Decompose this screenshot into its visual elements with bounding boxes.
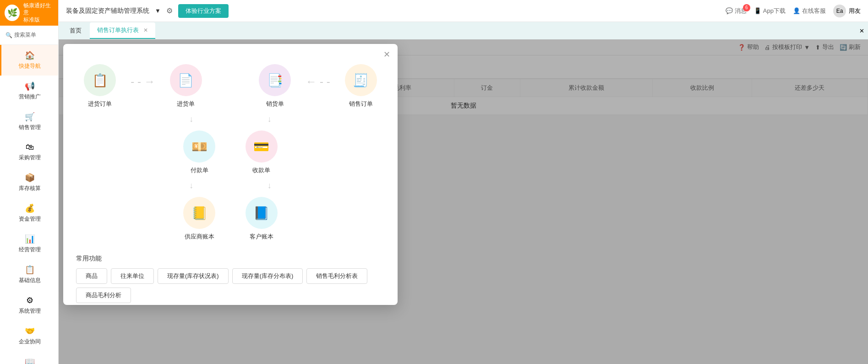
basic-info-icon: 📋 <box>25 265 35 275</box>
operation-icon: 📊 <box>25 234 35 244</box>
flow-item-sales-bill[interactable]: 📑 销货单 <box>254 60 295 113</box>
tab-sales-order[interactable]: 销售订单执行表 ✕ <box>90 22 155 39</box>
flow-item-purchase-order[interactable]: 📋 进货订单 <box>79 60 120 113</box>
content-area: ❓ 帮助 🖨 按模板打印 ▼ ⬆ 导出 🔄 <box>59 39 868 364</box>
payment-icon: 💴 <box>183 130 215 163</box>
logo-text: 畅康通好生意 标准版 <box>23 2 54 24</box>
tabbar: 首页 销售订单执行表 ✕ ✕ <box>59 22 868 39</box>
message-badge: 6 <box>743 4 750 11</box>
download-icon: 📱 <box>754 7 761 14</box>
common-title: 常用功能 <box>76 255 385 263</box>
modal-overlay[interactable]: ✕ 📋 进货订单 - - → <box>59 39 868 364</box>
common-functions: 常用功能 商品 往来单位 现存量(库存状况表) 现存量(库存分布表) 销售毛利分… <box>74 255 387 305</box>
tab-home[interactable]: 首页 <box>62 23 89 38</box>
marketing-icon: 📢 <box>25 81 35 91</box>
customer-ledger-icon: 📘 <box>246 197 278 229</box>
user-menu[interactable]: Ea 用友 <box>833 5 861 17</box>
common-btn-partner[interactable]: 往来单位 <box>111 268 154 284</box>
sidebar-item-system[interactable]: ⚙ 系统管理 <box>0 290 58 321</box>
sidebar-search-area: 🔍 搜索菜单 <box>0 26 58 45</box>
common-btn-product-margin[interactable]: 商品毛利分析 <box>76 288 131 303</box>
sidebar-item-finance[interactable]: 💰 资金管理 <box>0 198 58 228</box>
app-download-action[interactable]: 📱 App下载 <box>754 7 786 15</box>
sidebar-item-purchase[interactable]: 🛍 采购管理 <box>0 137 58 167</box>
settings-icon[interactable]: ⚙ <box>166 6 173 15</box>
arrow-down-purchase: ↓ <box>155 114 228 124</box>
sidebar-nav: 🏠 快捷导航 📢 营销推广 🛒 销售管理 🛍 采购管理 📦 库存核算 💰 <box>0 45 58 364</box>
common-buttons-container: 商品 往来单位 现存量(库存状况表) 现存量(库存分布表) 销售毛利分析表 商品… <box>76 268 385 303</box>
sidebar-item-guide[interactable]: 📖 新手引导 <box>0 351 58 364</box>
arrow-down-sales: ↓ <box>233 114 306 124</box>
sales-icon: 🛒 <box>25 112 35 122</box>
purchase-icon: 🛍 <box>26 142 34 152</box>
sidebar-item-enterprise[interactable]: 🤝 企业协同 <box>0 321 58 351</box>
receipt-icon: 💳 <box>246 130 278 163</box>
sidebar-logo: 🌿 畅康通好生意 标准版 <box>0 0 58 26</box>
purchase-order-icon: 📋 <box>84 64 116 96</box>
supplier-ledger-icon: 📒 <box>183 197 215 229</box>
message-icon: 💬 <box>726 7 733 14</box>
sidebar-item-marketing[interactable]: 📢 营销推广 <box>0 76 58 106</box>
common-btn-sales-margin[interactable]: 销售毛利分析表 <box>306 268 367 284</box>
flow-item-receipt[interactable]: 💳 收款单 <box>241 126 282 179</box>
inventory-icon: 📦 <box>25 173 35 183</box>
flow-item-purchase-bill[interactable]: 📄 进货单 <box>165 60 207 113</box>
experience-button[interactable]: 体验行业方案 <box>178 4 229 18</box>
sidebar-item-sales[interactable]: 🛒 销售管理 <box>0 106 58 137</box>
common-btn-stock-dist[interactable]: 现存量(库存分布表) <box>232 268 303 284</box>
search-menu-button[interactable]: 🔍 搜索菜单 <box>4 29 55 41</box>
tab-close-icon[interactable]: ✕ <box>143 27 148 33</box>
chevron-down-icon: ▼ <box>155 7 161 14</box>
flow-item-sales-order[interactable]: 🧾 销售订单 <box>340 60 382 113</box>
logo-icon: 🌿 <box>5 5 20 21</box>
flow-item-payment[interactable]: 💴 付款单 <box>179 126 220 179</box>
finance-icon: 💰 <box>25 203 35 213</box>
system-dropdown[interactable]: ▼ <box>155 7 161 14</box>
topbar: 装备及固定资产辅助管理系统 ▼ ⚙ 体验行业方案 💬 消息 6 📱 App下载 … <box>59 0 868 22</box>
flow-diagram: 📋 进货订单 - - → 📄 进货单 <box>74 55 387 255</box>
system-icon: ⚙ <box>26 295 33 305</box>
modal: ✕ 📋 进货订单 - - → <box>63 44 398 305</box>
purchase-bill-icon: 📄 <box>170 64 202 96</box>
arrow-down-receipt: ↓ <box>233 181 306 190</box>
enterprise-icon: 🤝 <box>25 326 35 336</box>
arrow-down-payment: ↓ <box>155 181 228 190</box>
guide-icon: 📖 <box>25 357 35 364</box>
main-area: 装备及固定资产辅助管理系统 ▼ ⚙ 体验行业方案 💬 消息 6 📱 App下载 … <box>59 0 868 364</box>
message-action[interactable]: 💬 消息 6 <box>726 7 747 15</box>
tabbar-close-all[interactable]: ✕ <box>859 27 864 34</box>
modal-close-button[interactable]: ✕ <box>383 49 390 60</box>
system-title: 装备及固定资产辅助管理系统 <box>66 7 149 15</box>
home-icon: 🏠 <box>25 50 35 60</box>
sidebar: 🌿 畅康通好生意 标准版 🔍 搜索菜单 🏠 快捷导航 📢 营销推广 🛒 <box>0 0 59 364</box>
online-service-action[interactable]: 👤 在线客服 <box>793 7 826 15</box>
sidebar-item-operation[interactable]: 📊 经营管理 <box>0 228 58 259</box>
search-icon: 🔍 <box>5 32 12 38</box>
arrow-left-1: ← - - <box>306 75 330 88</box>
avatar: Ea <box>833 5 846 17</box>
arrow-right-1: - - → <box>131 75 155 88</box>
sidebar-item-inventory[interactable]: 📦 库存核算 <box>0 167 58 198</box>
topbar-actions: 💬 消息 6 📱 App下载 👤 在线客服 Ea 用友 <box>726 5 861 17</box>
flow-item-customer-ledger[interactable]: 📘 客户账本 <box>241 192 282 245</box>
service-icon: 👤 <box>793 7 800 14</box>
common-btn-stock-status[interactable]: 现存量(库存状况表) <box>158 268 229 284</box>
flow-item-supplier-ledger[interactable]: 📒 供应商账本 <box>179 192 220 245</box>
sales-order-icon: 🧾 <box>345 64 377 96</box>
sidebar-item-quick-nav[interactable]: 🏠 快捷导航 <box>0 45 58 76</box>
sidebar-item-basic-info[interactable]: 📋 基础信息 <box>0 259 58 290</box>
common-btn-product[interactable]: 商品 <box>76 268 107 284</box>
sales-bill-icon: 📑 <box>259 64 291 96</box>
